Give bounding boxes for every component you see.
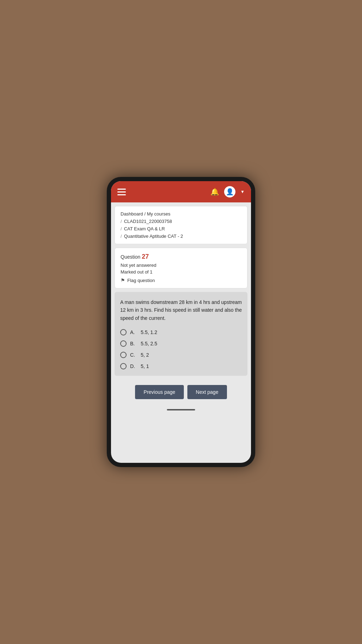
breadcrumb-slash-2: / — [121, 226, 122, 231]
breadcrumb: Dashboard / My courses / CLAD1021_220003… — [115, 206, 247, 244]
phone-screen: 🔔 👤 ▼ Dashboard / My courses / CLAD1021_… — [111, 181, 251, 463]
question-number: 27 — [142, 253, 149, 260]
flag-question-button[interactable]: ⚑ Flag question — [121, 277, 241, 283]
navigation-buttons: Previous page Next page — [111, 379, 251, 406]
breadcrumb-line-4: / Quantitative Aptitude CAT - 2 — [121, 234, 241, 239]
radio-a[interactable] — [120, 329, 127, 335]
home-indicator — [167, 409, 195, 410]
dropdown-arrow-icon[interactable]: ▼ — [240, 189, 245, 194]
breadcrumb-section[interactable]: Quantitative Aptitude CAT - 2 — [124, 234, 183, 239]
options-list: A. 5.5, 1.2 B. 5.5, 2.5 C. 5, 2 D. 5, 1 — [120, 329, 242, 369]
hamburger-menu-icon[interactable] — [117, 189, 126, 195]
breadcrumb-course-id[interactable]: CLAD1021_220003758 — [124, 219, 172, 224]
breadcrumb-line-3: / CAT Exam QA & LR — [121, 226, 241, 231]
toolbar: 🔔 👤 ▼ — [111, 181, 251, 202]
user-avatar[interactable]: 👤 — [224, 186, 235, 197]
question-label: Question — [121, 254, 140, 260]
question-body: A man swims downstream 28 km in 4 hrs an… — [115, 292, 247, 376]
option-a[interactable]: A. 5.5, 1.2 — [120, 329, 242, 335]
option-a-value: 5.5, 1.2 — [141, 329, 157, 335]
breadcrumb-slash-3: / — [121, 234, 122, 239]
question-status: Not yet answered — [121, 263, 241, 268]
option-a-label: A. — [130, 329, 137, 335]
breadcrumb-exam[interactable]: CAT Exam QA & LR — [124, 226, 165, 231]
option-d[interactable]: D. 5, 1 — [120, 363, 242, 369]
previous-page-button[interactable]: Previous page — [135, 385, 184, 399]
next-page-button[interactable]: Next page — [187, 385, 227, 399]
option-b-value: 5.5, 2.5 — [141, 341, 157, 346]
option-c-label: C. — [130, 352, 137, 358]
breadcrumb-line-1: Dashboard / My courses — [121, 211, 241, 217]
radio-b[interactable] — [120, 340, 127, 347]
user-icon: 👤 — [226, 188, 234, 196]
flag-icon: ⚑ — [121, 277, 125, 283]
option-c-value: 5, 2 — [141, 352, 149, 358]
breadcrumb-slash-1: / — [121, 219, 122, 224]
option-d-value: 5, 1 — [141, 363, 149, 369]
option-b-label: B. — [130, 341, 137, 346]
question-info-box: Question 27 Not yet answered Marked out … — [115, 248, 247, 288]
question-marks: Marked out of 1 — [121, 269, 241, 275]
option-c[interactable]: C. 5, 2 — [120, 352, 242, 358]
phone-frame: 🔔 👤 ▼ Dashboard / My courses / CLAD1021_… — [107, 177, 255, 467]
flag-question-label: Flag question — [127, 278, 155, 283]
question-header: Question 27 — [121, 253, 241, 260]
radio-d[interactable] — [120, 363, 127, 369]
option-b[interactable]: B. 5.5, 2.5 — [120, 340, 242, 347]
bell-icon[interactable]: 🔔 — [210, 188, 219, 196]
option-d-label: D. — [130, 363, 137, 369]
breadcrumb-line-2: / CLAD1021_220003758 — [121, 219, 241, 224]
breadcrumb-dashboard[interactable]: Dashboard / My courses — [121, 211, 170, 217]
toolbar-right: 🔔 👤 ▼ — [210, 186, 245, 197]
question-text: A man swims downstream 28 km in 4 hrs an… — [120, 298, 242, 322]
radio-c[interactable] — [120, 352, 127, 358]
